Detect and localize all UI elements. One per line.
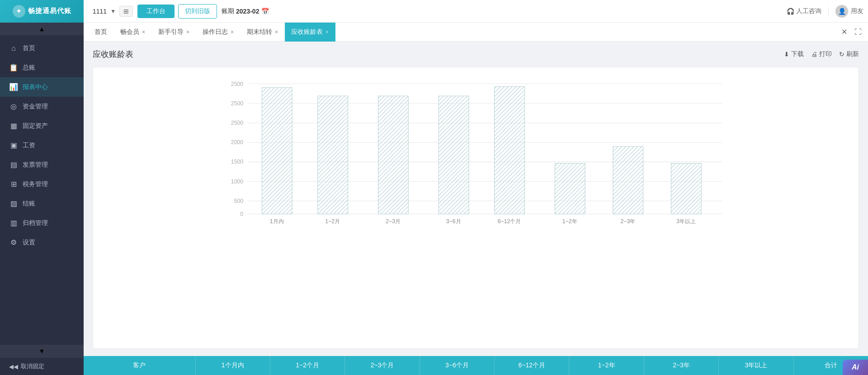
col-3year-plus-label: 3年以上 [745, 361, 767, 370]
avatar: 👤 [835, 5, 848, 18]
sidebar-item-funds[interactable]: ◎ 资金管理 [0, 97, 84, 116]
tab-guide-close[interactable]: × [186, 29, 189, 35]
refresh-button[interactable]: ↻ 刷新 [839, 50, 859, 58]
user-name: 用友 [851, 7, 863, 15]
invoice-icon: ▤ [9, 160, 18, 169]
consult-button[interactable]: 🎧 人工咨询 [787, 7, 821, 15]
tabs-close-all-button[interactable]: ✕ [840, 26, 849, 38]
svg-rect-17 [262, 88, 292, 214]
switch-version-button[interactable]: 切到旧版 [178, 4, 217, 19]
header-right: 🎧 人工咨询 👤 用友 [787, 5, 863, 18]
page-content: 应收账龄表 ⬇ 下载 🖨 打印 ↻ 刷新 [84, 42, 868, 356]
sidebar-item-checkout[interactable]: ▨ 结账 [0, 194, 84, 213]
svg-text:2000: 2000 [231, 139, 244, 145]
divider [828, 7, 829, 16]
workbench-button[interactable]: 工作台 [137, 5, 175, 18]
svg-text:1~2月: 1~2月 [325, 218, 340, 225]
svg-rect-21 [378, 96, 409, 214]
tabs-actions: ✕ ⛶ [840, 26, 863, 38]
sidebar-item-ledger-label: 总账 [23, 64, 35, 72]
download-button[interactable]: ⬇ 下载 [784, 50, 804, 58]
svg-text:1~2年: 1~2年 [562, 218, 577, 225]
svg-text:3年以上: 3年以上 [676, 218, 696, 225]
sidebar-scroll-up[interactable]: ▲ [0, 23, 84, 35]
sidebar-scroll-down[interactable]: ▼ [0, 345, 84, 357]
sidebar-unpin-button[interactable]: ◀◀ 取消固定 [0, 357, 84, 375]
svg-text:1500: 1500 [231, 159, 244, 165]
col-6-12month: 6~12个月 [495, 356, 569, 375]
col-1-2year: 1~2年 [569, 356, 644, 375]
headset-icon: 🎧 [787, 8, 794, 15]
tab-period-end-close[interactable]: × [275, 29, 278, 35]
logo-text: 畅捷通易代账 [28, 7, 71, 15]
tab-aging-label: 应收账龄表 [291, 28, 323, 36]
page-title: 应收账龄表 [93, 49, 133, 60]
sidebar-item-invoice[interactable]: ▤ 发票管理 [0, 155, 84, 174]
sidebar-item-home[interactable]: ⌂ 首页 [0, 39, 84, 58]
tab-member-close[interactable]: × [142, 29, 145, 35]
top-header: ✦ 畅捷通易代账 1111 ▼ ⊞ 工作台 切到旧版 账期 2023-02 📅 … [0, 0, 868, 23]
calendar-icon[interactable]: 📅 [261, 8, 269, 15]
period-label: 账期 [222, 7, 234, 15]
svg-text:3~6月: 3~6月 [446, 218, 461, 225]
tab-home-label: 首页 [94, 28, 107, 36]
tab-oplog[interactable]: 操作日志 × [196, 23, 241, 42]
tab-guide-label: 新手引导 [158, 28, 184, 36]
assets-icon: ▦ [9, 122, 18, 130]
col-2-3month: 2~3个月 [345, 356, 420, 375]
sidebar-item-salary[interactable]: ▣ 工资 [0, 136, 84, 155]
tab-period-end-label: 期末结转 [247, 28, 272, 36]
company-name: 1111 [93, 8, 107, 15]
svg-text:2~3月: 2~3月 [386, 218, 401, 225]
company-selector: 1111 ▼ ⊞ [93, 6, 133, 17]
svg-text:1000: 1000 [231, 178, 244, 185]
copy-button[interactable]: ⊞ [119, 6, 133, 17]
tab-aging-close[interactable]: × [326, 29, 329, 35]
sidebar-nav: ⌂ 首页 📋 总账 📊 报表中心 ◎ 资金管理 ▦ 固定资产 ▣ 工资 [0, 35, 84, 345]
company-dropdown-button[interactable]: ▼ [110, 8, 116, 14]
tabs-expand-button[interactable]: ⛶ [853, 26, 863, 38]
settings-icon: ⚙ [9, 238, 18, 247]
ai-badge[interactable]: Ai [843, 360, 868, 375]
user-area[interactable]: 👤 用友 [835, 5, 863, 18]
refresh-icon: ↻ [839, 51, 844, 58]
sidebar-item-reports[interactable]: 📊 报表中心 [0, 77, 84, 97]
tab-guide[interactable]: 新手引导 × [152, 23, 196, 42]
svg-rect-23 [439, 96, 469, 214]
table-header: 客户 1个月内 1~2个月 2~3个月 3~6个月 6~12个月 1~2年 2~… [84, 356, 868, 375]
tab-aging[interactable]: 应收账龄表 × [285, 23, 335, 42]
ai-badge-text: Ai [852, 363, 859, 371]
sidebar-item-reports-label: 报表中心 [23, 83, 48, 91]
tab-period-end[interactable]: 期末结转 × [241, 23, 285, 42]
col-6-12month-label: 6~12个月 [518, 361, 545, 370]
svg-text:2500: 2500 [231, 120, 244, 126]
svg-rect-29 [613, 146, 643, 214]
sidebar-item-settings[interactable]: ⚙ 设置 [0, 233, 84, 252]
home-icon: ⌂ [9, 44, 18, 52]
page-header: 应收账龄表 ⬇ 下载 🖨 打印 ↻ 刷新 [93, 49, 859, 60]
sidebar-item-checkout-label: 结账 [23, 200, 35, 208]
sidebar: ▲ ⌂ 首页 📋 总账 📊 报表中心 ◎ 资金管理 ▦ 固定资产 [0, 23, 84, 375]
svg-rect-19 [318, 96, 348, 214]
salary-icon: ▣ [9, 141, 18, 150]
tab-oplog-close[interactable]: × [231, 29, 234, 35]
svg-text:2500: 2500 [231, 81, 244, 87]
main-layout: ▲ ⌂ 首页 📋 总账 📊 报表中心 ◎ 资金管理 ▦ 固定资产 [0, 23, 868, 375]
col-1-2year-label: 1~2年 [598, 361, 615, 370]
svg-text:0: 0 [240, 211, 243, 217]
svg-text:6~12个月: 6~12个月 [498, 218, 521, 225]
tab-member[interactable]: 畅会员 × [114, 23, 152, 42]
sidebar-item-archive[interactable]: ▥ 归档管理 [0, 213, 84, 233]
checkout-icon: ▨ [9, 199, 18, 208]
sidebar-item-assets[interactable]: ▦ 固定资产 [0, 116, 84, 136]
print-button[interactable]: 🖨 打印 [811, 50, 832, 58]
svg-rect-27 [555, 163, 585, 214]
col-2-3year-label: 2~3年 [673, 361, 690, 370]
content-area: 首页 畅会员 × 新手引导 × 操作日志 × 期末结转 × 应收账龄表 × [84, 23, 868, 375]
tab-oplog-label: 操作日志 [203, 28, 228, 36]
sidebar-item-ledger[interactable]: 📋 总账 [0, 58, 84, 77]
chart-inner: 2500 2500 2500 2000 1500 1000 500 [100, 75, 851, 237]
sidebar-item-tax[interactable]: ⊞ 税务管理 [0, 174, 84, 194]
funds-icon: ◎ [9, 102, 18, 111]
tab-home[interactable]: 首页 [88, 23, 114, 42]
